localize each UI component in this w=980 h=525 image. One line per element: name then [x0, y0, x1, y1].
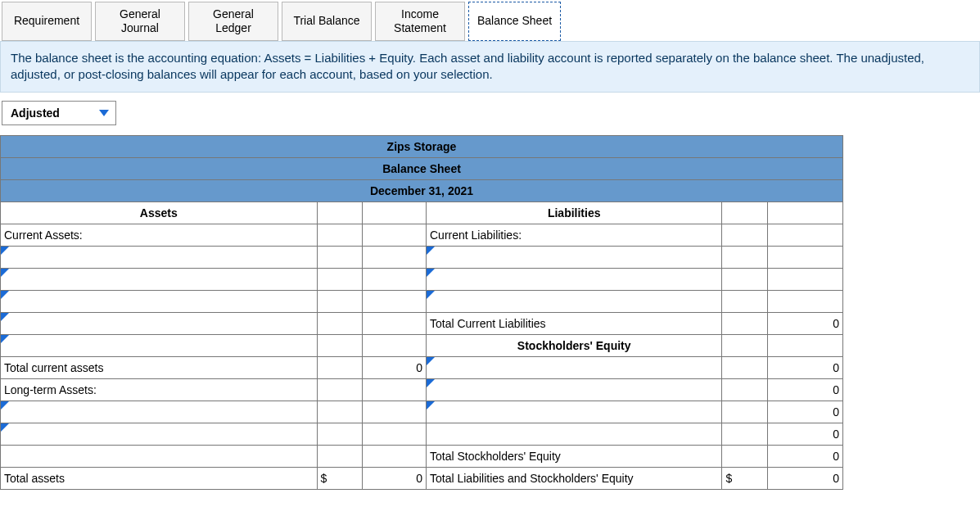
se-value: 0 — [767, 356, 842, 378]
stockholders-equity-heading: Stockholders' Equity — [427, 334, 722, 356]
tab-label: General Journal — [120, 7, 160, 36]
cell[interactable] — [722, 401, 767, 423]
se-account-cell[interactable] — [427, 378, 722, 401]
tab-bar: Requirement General Journal General Ledg… — [0, 0, 980, 41]
tab-label: Trial Balance — [293, 14, 359, 29]
total-se-label: Total Stockholders' Equity — [427, 445, 722, 467]
cell[interactable] — [722, 268, 767, 290]
cell[interactable] — [362, 290, 426, 312]
longterm-assets-label: Long-term Assets: — [1, 378, 318, 401]
cell[interactable] — [362, 268, 426, 290]
cell[interactable] — [722, 356, 767, 378]
cell[interactable] — [317, 356, 362, 378]
asset-account-cell[interactable] — [1, 334, 318, 356]
cell[interactable] — [317, 378, 362, 401]
sheet-date: December 31, 2021 — [1, 179, 843, 201]
se-account-cell[interactable] — [427, 356, 722, 378]
cell[interactable] — [317, 401, 362, 423]
tab-label: General Ledger — [213, 7, 254, 36]
cell[interactable] — [362, 378, 426, 401]
total-se-value: 0 — [767, 445, 842, 467]
spacer — [767, 201, 842, 224]
se-value: 0 — [767, 423, 842, 445]
cell[interactable] — [317, 334, 362, 356]
tab-balance-sheet[interactable]: Balance Sheet — [468, 2, 561, 41]
cell[interactable] — [722, 378, 767, 401]
cell[interactable] — [362, 334, 426, 356]
total-current-liabilities-value: 0 — [767, 312, 842, 334]
spacer — [317, 201, 362, 224]
sheet-company: Zips Storage — [1, 135, 843, 157]
cell[interactable] — [317, 224, 362, 246]
asset-account-cell[interactable] — [1, 423, 318, 445]
current-liabilities-label: Current Liabilities: — [427, 224, 722, 246]
asset-account-cell[interactable] — [1, 312, 318, 334]
total-current-liabilities-label: Total Current Liabilities — [427, 312, 722, 334]
cell[interactable] — [317, 312, 362, 334]
total-assets-value: 0 — [362, 467, 426, 489]
liability-account-cell[interactable] — [427, 290, 722, 312]
cell[interactable] — [767, 334, 842, 356]
cell[interactable] — [317, 290, 362, 312]
cell[interactable] — [362, 423, 426, 445]
dropdown-selected: Adjusted — [11, 106, 60, 120]
cell[interactable] — [317, 268, 362, 290]
cell[interactable] — [722, 224, 767, 246]
total-current-assets-label: Total current assets — [1, 356, 318, 378]
cell[interactable] — [362, 312, 426, 334]
cell[interactable] — [427, 423, 722, 445]
total-liab-se-value: 0 — [767, 467, 842, 489]
liability-account-cell[interactable] — [427, 246, 722, 268]
balance-type-dropdown[interactable]: Adjusted — [2, 101, 116, 125]
liabilities-heading: Liabilities — [427, 201, 722, 224]
current-assets-label: Current Assets: — [1, 224, 318, 246]
spacer — [362, 201, 426, 224]
tab-general-ledger[interactable]: General Ledger — [188, 2, 278, 41]
liability-account-cell[interactable] — [427, 268, 722, 290]
cell[interactable] — [317, 423, 362, 445]
assets-heading: Assets — [1, 201, 318, 224]
cell[interactable] — [362, 401, 426, 423]
cell[interactable] — [317, 445, 362, 467]
currency-symbol: $ — [722, 467, 767, 489]
asset-account-cell[interactable] — [1, 401, 318, 423]
chevron-down-icon — [99, 110, 109, 116]
cell[interactable] — [722, 290, 767, 312]
cell[interactable] — [722, 246, 767, 268]
tab-requirement[interactable]: Requirement — [2, 2, 92, 41]
cell[interactable] — [767, 268, 842, 290]
cell[interactable] — [722, 445, 767, 467]
cell[interactable] — [767, 224, 842, 246]
asset-account-cell[interactable] — [1, 268, 318, 290]
cell[interactable] — [722, 312, 767, 334]
total-assets-label: Total assets — [1, 467, 318, 489]
tab-trial-balance[interactable]: Trial Balance — [282, 2, 372, 41]
se-account-cell[interactable] — [427, 401, 722, 423]
tab-income-statement[interactable]: Income Statement — [375, 2, 465, 41]
cell[interactable] — [767, 246, 842, 268]
cell[interactable] — [722, 334, 767, 356]
total-current-assets-value: 0 — [362, 356, 426, 378]
tab-label: Balance Sheet — [477, 14, 552, 29]
cell[interactable] — [362, 224, 426, 246]
cell[interactable] — [317, 246, 362, 268]
asset-account-cell[interactable] — [1, 246, 318, 268]
sheet-title: Balance Sheet — [1, 157, 843, 179]
spacer — [722, 201, 767, 224]
instruction-banner: The balance sheet is the accounting equa… — [0, 41, 980, 93]
cell[interactable] — [362, 445, 426, 467]
currency-symbol: $ — [317, 467, 362, 489]
svg-marker-0 — [99, 110, 109, 116]
se-value: 0 — [767, 401, 842, 423]
tab-label: Requirement — [14, 14, 79, 29]
se-value: 0 — [767, 378, 842, 401]
cell[interactable] — [362, 246, 426, 268]
cell[interactable] — [1, 445, 318, 467]
total-liab-se-label: Total Liabilities and Stockholders' Equi… — [427, 467, 722, 489]
balance-sheet-table: Zips Storage Balance Sheet December 31, … — [0, 135, 843, 490]
cell[interactable] — [767, 290, 842, 312]
cell[interactable] — [722, 423, 767, 445]
tab-label: Income Statement — [394, 7, 446, 36]
asset-account-cell[interactable] — [1, 290, 318, 312]
tab-general-journal[interactable]: General Journal — [95, 2, 185, 41]
